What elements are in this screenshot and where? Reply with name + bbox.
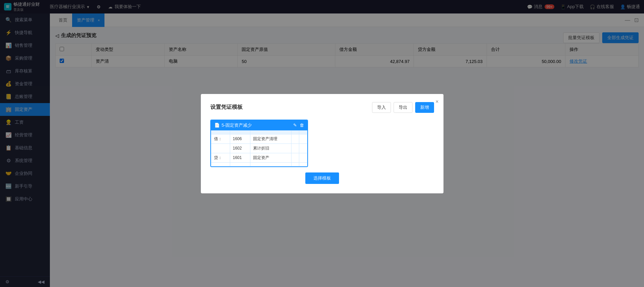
template-row-1-debit <box>291 144 299 153</box>
template-col-code <box>230 130 250 134</box>
template-table: 借： 1606 固定资产清理 1602 累计折旧 贷： <box>211 130 307 166</box>
template-col-name <box>250 130 291 134</box>
template-row-0-credit <box>299 134 307 144</box>
template-col-type <box>211 130 230 134</box>
template-edit-icon[interactable]: ✎ <box>293 123 297 128</box>
template-row-0: 借： 1606 固定资产清理 <box>211 134 307 144</box>
template-row-3-name <box>250 162 291 166</box>
modal-overlay: 设置凭证模板 导入 导出 新增 × 📄 5-固定资产减少 ✎ 🗑 <box>0 0 644 287</box>
template-card: 📄 5-固定资产减少 ✎ 🗑 <box>210 120 308 167</box>
modal-close-btn[interactable]: × <box>435 99 438 105</box>
template-row-1-type <box>211 144 230 153</box>
template-row-2-code: 1601 <box>230 153 250 162</box>
modal-header-actions: 导入 导出 新增 <box>372 102 434 113</box>
template-name: 5-固定资产减少 <box>222 122 252 128</box>
template-row-2-name: 固定资产 <box>250 153 291 162</box>
template-card-header: 📄 5-固定资产减少 ✎ 🗑 <box>211 120 307 130</box>
modal-header: 设置凭证模板 导入 导出 新增 <box>210 102 434 113</box>
template-row-1-code: 1602 <box>230 144 250 153</box>
import-btn[interactable]: 导入 <box>372 102 391 113</box>
export-btn[interactable]: 导出 <box>394 102 412 113</box>
template-row-3-type <box>211 162 230 166</box>
template-select-area: 选择模板 <box>210 172 434 184</box>
template-row-2-type: 贷： <box>211 153 230 162</box>
template-row-2: 贷： 1601 固定资产 <box>211 153 307 162</box>
template-row-1: 1602 累计折旧 <box>211 144 307 153</box>
template-row-0-debit <box>291 134 299 144</box>
template-row-1-credit <box>299 144 307 153</box>
template-actions: ✎ 🗑 <box>293 123 304 128</box>
template-row-3-code <box>230 162 250 166</box>
template-doc-icon: 📄 <box>214 123 220 128</box>
template-row-2-debit <box>291 153 299 162</box>
template-row-3 <box>211 162 307 166</box>
template-row-2-credit <box>299 153 307 162</box>
modal-title: 设置凭证模板 <box>210 104 243 111</box>
set-template-modal: 设置凭证模板 导入 导出 新增 × 📄 5-固定资产减少 ✎ 🗑 <box>201 94 443 193</box>
template-delete-icon[interactable]: 🗑 <box>300 123 304 128</box>
template-table-header-row <box>211 130 307 134</box>
template-row-3-debit <box>291 162 299 166</box>
select-template-btn[interactable]: 选择模板 <box>305 172 339 184</box>
template-col-credit <box>299 130 307 134</box>
template-row-0-type: 借： <box>211 134 230 144</box>
template-row-1-name: 累计折旧 <box>250 144 291 153</box>
new-btn[interactable]: 新增 <box>415 102 434 113</box>
template-row-3-credit <box>299 162 307 166</box>
template-col-debit <box>291 130 299 134</box>
template-row-0-code: 1606 <box>230 134 250 144</box>
template-row-0-name: 固定资产清理 <box>250 134 291 144</box>
